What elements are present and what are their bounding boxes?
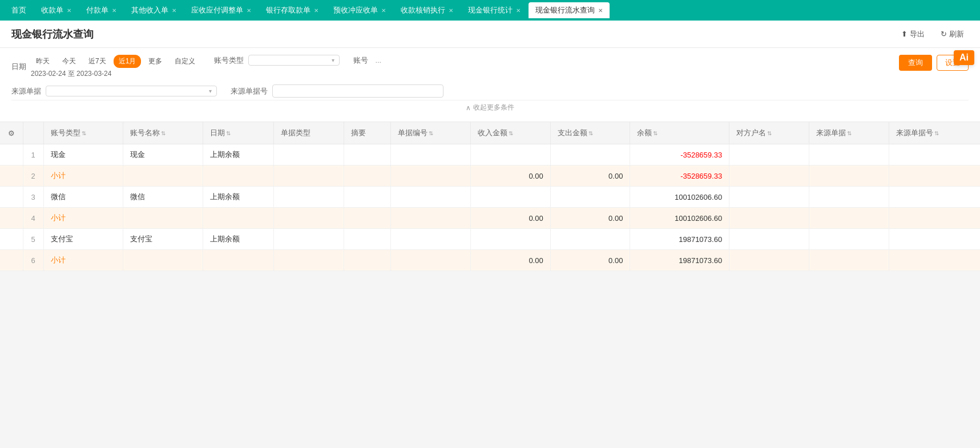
nav-tab-tab-qitashouru[interactable]: 其他收入单✕ (124, 2, 183, 18)
tab-label: 付款单 (86, 5, 108, 15)
source-doc-no-input[interactable] (272, 84, 443, 98)
col-rownum (23, 122, 43, 144)
td-sourcedocno (889, 208, 980, 229)
td-counterparty (729, 208, 809, 229)
col-label: 账号类型 (51, 128, 80, 137)
close-icon[interactable]: ✕ (112, 7, 116, 14)
col-label: 单据编号 (398, 128, 428, 137)
td-accounttype: 现金 (43, 144, 123, 166)
collapse-chevron-icon: ∧ (466, 104, 471, 112)
td-rownum: 4 (23, 208, 43, 229)
source-doc-select[interactable]: ▾ (46, 86, 217, 96)
export-button[interactable]: ⬆ 导出 (897, 27, 929, 42)
date-btn-近1月[interactable]: 近1月 (114, 55, 142, 68)
close-icon[interactable]: ✕ (598, 7, 603, 14)
close-icon[interactable]: ✕ (67, 7, 71, 14)
td-date (203, 208, 273, 229)
close-icon[interactable]: ✕ (172, 7, 176, 14)
top-navigation: 首页 收款单✕付款单✕其他收入单✕应收应付调整单✕银行存取款单✕预收冲应收单✕收… (0, 0, 980, 21)
refresh-button[interactable]: ↻ 刷新 (936, 27, 969, 42)
table-row: 5支付宝支付宝上期余额19871073.60 (0, 229, 980, 250)
col-header-col-date[interactable]: 日期⇅ (203, 122, 273, 144)
td-sourcedocno (889, 166, 980, 187)
nav-tab-tab-liushuichaxun[interactable]: 现金银行流水查询✕ (529, 2, 610, 18)
search-button[interactable]: 查询 (899, 55, 932, 71)
col-header-col-income[interactable]: 收入金额⇅ (470, 122, 550, 144)
collapse-button[interactable]: ∧ 收起更多条件 (11, 100, 969, 115)
col-header-col-accountname[interactable]: 账号名称⇅ (123, 122, 203, 144)
home-label: 首页 (11, 5, 26, 15)
td-expense (550, 144, 630, 166)
date-btn-更多[interactable]: 更多 (143, 55, 167, 68)
td-accounttype: 小计 (43, 208, 123, 229)
td-summary (344, 144, 391, 166)
page-header: 现金银行流水查询 ⬆ 导出 ↻ 刷新 (0, 21, 980, 48)
source-doc-no-filter-group: 来源单据号 (231, 84, 443, 98)
td-gear (0, 250, 23, 271)
col-header-col-docno[interactable]: 单据编号⇅ (391, 122, 471, 144)
nav-tab-home[interactable]: 首页 (5, 2, 33, 18)
nav-tab-tab-shoukuandan[interactable]: 收款单✕ (34, 2, 78, 18)
date-btn-近7天[interactable]: 近7天 (83, 55, 111, 68)
account-type-filter-group: 账号类型 ▾ (214, 55, 340, 66)
nav-tab-tab-shoukuanhexiao[interactable]: 收款核销执行✕ (394, 2, 460, 18)
account-label: 账号 (353, 55, 368, 66)
td-sourcedocno (889, 250, 980, 271)
sort-icon: ⇅ (588, 130, 593, 136)
td-accounttype: 微信 (43, 187, 123, 208)
td-docno (391, 208, 471, 229)
close-icon[interactable]: ✕ (381, 7, 386, 14)
td-balance: 100102606.60 (630, 187, 729, 208)
col-header-col-sourcedoc[interactable]: 来源单据⇅ (809, 122, 889, 144)
td-income (470, 187, 550, 208)
col-header-col-accounttype[interactable]: 账号类型⇅ (43, 122, 123, 144)
nav-tab-tab-xianjinyinhang[interactable]: 现金银行统计✕ (461, 2, 527, 18)
table-row: 6小计0.000.0019871073.60 (0, 250, 980, 271)
col-label: 来源单据 (816, 128, 846, 137)
date-btn-今天[interactable]: 今天 (57, 55, 81, 68)
date-btn-昨天[interactable]: 昨天 (31, 55, 55, 68)
td-accounttype: 小计 (43, 166, 123, 187)
col-header-col-sourcedocno[interactable]: 来源单据号⇅ (889, 122, 980, 144)
date-btn-自定义[interactable]: 自定义 (170, 55, 200, 68)
nav-tabs: 收款单✕付款单✕其他收入单✕应收应付调整单✕银行存取款单✕预收冲应收单✕收款核销… (34, 2, 975, 18)
date-options: 昨天今天近7天近1月更多自定义 (31, 55, 200, 68)
tab-label: 银行存取款单 (266, 5, 310, 15)
tab-label: 收款单 (41, 5, 63, 15)
nav-tab-tab-fukuandan[interactable]: 付款单✕ (79, 2, 123, 18)
td-doctype (273, 144, 344, 166)
td-accountname (123, 250, 203, 271)
header-actions: ⬆ 导出 ↻ 刷新 (897, 27, 969, 42)
td-sourcedoc (809, 187, 889, 208)
nav-tab-tab-yinhangcunqu[interactable]: 银行存取款单✕ (259, 2, 325, 18)
col-header-col-summary: 摘要 (344, 122, 391, 144)
col-header-col-expense[interactable]: 支出金额⇅ (550, 122, 630, 144)
col-label: 支出金额 (558, 128, 587, 137)
close-icon[interactable]: ✕ (314, 7, 318, 14)
account-type-select[interactable]: ▾ (248, 55, 340, 66)
data-table: ⚙账号类型⇅账号名称⇅日期⇅单据类型摘要单据编号⇅收入金额⇅支出金额⇅余额⇅对方… (0, 122, 980, 271)
col-label: 日期 (210, 128, 225, 137)
close-icon[interactable]: ✕ (449, 7, 453, 14)
close-icon[interactable]: ✕ (247, 7, 251, 14)
sort-icon: ⇅ (509, 130, 513, 136)
td-date (203, 250, 273, 271)
td-accounttype: 小计 (43, 250, 123, 271)
col-settings-gear[interactable]: ⚙ (0, 122, 23, 144)
tab-label: 收款核销执行 (401, 5, 445, 15)
td-summary (344, 229, 391, 250)
sort-icon: ⇅ (161, 130, 166, 136)
td-accountname: 现金 (123, 144, 203, 166)
account-more-button[interactable]: ... (373, 55, 384, 66)
nav-tab-tab-yushouhexiao[interactable]: 预收冲应收单✕ (326, 2, 393, 18)
refresh-label: 刷新 (949, 29, 964, 39)
close-icon[interactable]: ✕ (516, 7, 521, 14)
col-label: 摘要 (351, 128, 366, 137)
col-header-col-counterparty[interactable]: 对方户名⇅ (729, 122, 809, 144)
td-docno (391, 250, 471, 271)
td-gear (0, 166, 23, 187)
nav-tab-tab-yingshoudiaozheng[interactable]: 应收应付调整单✕ (184, 2, 258, 18)
table-body: 1现金现金上期余额-3528659.332小计0.000.00-3528659.… (0, 144, 980, 271)
ai-badge[interactable]: Ai (954, 50, 974, 65)
col-header-col-balance[interactable]: 余额⇅ (630, 122, 729, 144)
